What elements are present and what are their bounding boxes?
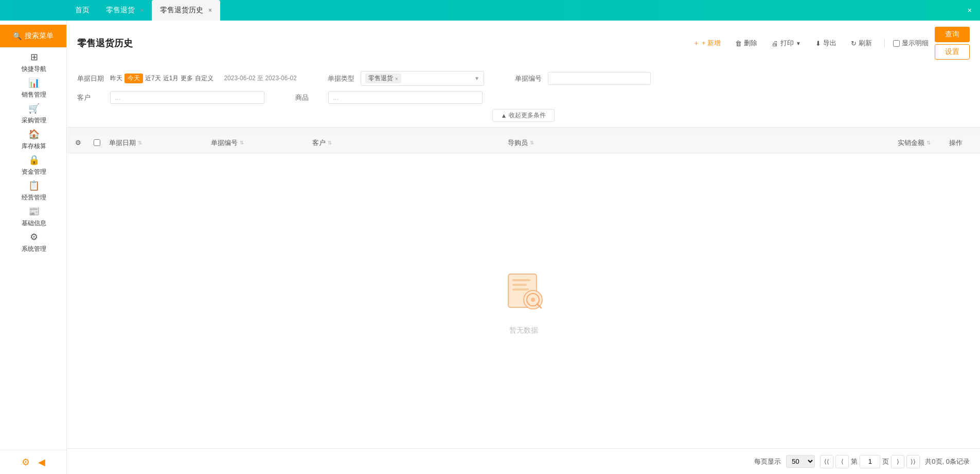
- guide-sort-icon[interactable]: ⇅: [530, 140, 534, 145]
- quick-nav-icon: ⊞: [30, 51, 38, 63]
- th-customer: 客户 ⇅: [308, 138, 503, 148]
- refresh-icon: ↻: [851, 40, 857, 47]
- page-nav: ⟨⟨ ⟨ 第 页 ⟩ ⟩⟩: [820, 455, 920, 468]
- top-bar: 首页 零售退货 × 零售退货历史 × ×: [0, 0, 980, 21]
- sidebar-item-inventory[interactable]: 🏠 库存核算: [0, 126, 66, 152]
- sidebar-item-finance[interactable]: 🔒 资金管理: [0, 152, 66, 178]
- refresh-button[interactable]: ↻ 刷新: [847, 37, 876, 50]
- sidebar-item-purchase-mgmt[interactable]: 🛒 采购管理: [0, 101, 66, 126]
- setting-button[interactable]: 设置: [935, 44, 970, 60]
- th-date: 单据日期 ⇅: [105, 138, 207, 148]
- print-button[interactable]: 🖨 打印 ▼: [768, 37, 805, 50]
- date-filter: 单据日期 昨天 今天 近7天 近1月 更多 自定义: [77, 74, 213, 83]
- last-page-button[interactable]: ⟩⟩: [906, 455, 920, 468]
- goods-filter-label: 商品: [295, 93, 324, 102]
- date-yesterday[interactable]: 昨天: [110, 74, 122, 83]
- empty-text: 暂无数据: [509, 326, 538, 335]
- type-chip-remove[interactable]: ×: [395, 76, 398, 82]
- basic-info-icon: 📰: [28, 206, 40, 217]
- tab-home[interactable]: 首页: [67, 0, 98, 21]
- sidebar-search[interactable]: 🔍 搜索菜单: [0, 25, 66, 47]
- main-content: 零售退货历史 ＋ + 新增 🗑 删除 🖨 打印 ▼: [67, 21, 980, 474]
- plus-icon: ＋: [693, 39, 700, 48]
- date-today[interactable]: 今天: [124, 74, 143, 83]
- number-input[interactable]: [548, 72, 651, 85]
- page-size-select[interactable]: 50 10 20 100: [786, 455, 815, 468]
- search-icon: 🔍: [13, 32, 22, 40]
- menu-bottom-icon[interactable]: ◀: [38, 457, 45, 468]
- type-chip: 零售退货 ×: [365, 74, 401, 83]
- first-page-button[interactable]: ⟨⟨: [820, 455, 833, 468]
- sidebar-item-operations[interactable]: 📋 经营管理: [0, 178, 66, 204]
- amount-sort-icon[interactable]: ⇅: [926, 140, 931, 145]
- type-select-arrow: ▼: [474, 76, 479, 81]
- delete-icon: 🗑: [735, 40, 742, 47]
- print-icon: 🖨: [772, 40, 778, 47]
- customer-select[interactable]: ...: [110, 91, 264, 104]
- table-container: ⚙ 单据日期 ⇅ 单据编号 ⇅ 客户 ⇅ 导购员 ⇅: [67, 133, 980, 448]
- date-more[interactable]: 更多: [181, 74, 193, 83]
- sidebar: 🔍 搜索菜单 ⊞ 快捷导航 📊 销售管理 🛒 采购管理 🏠 库存核算 🔒 资金管…: [0, 21, 67, 474]
- show-detail-checkbox-label[interactable]: 显示明细: [893, 39, 929, 48]
- sidebar-item-sales-mgmt[interactable]: 📊 销售管理: [0, 75, 66, 101]
- th-settings[interactable]: ⚙: [71, 139, 90, 147]
- type-select[interactable]: 零售退货 × ▼: [361, 71, 484, 86]
- customer-sort-icon[interactable]: ⇅: [328, 140, 332, 145]
- page-title: 零售退货历史: [77, 37, 133, 49]
- number-filter: 单据编号: [515, 72, 651, 85]
- settings-bottom-icon[interactable]: ⚙: [22, 457, 30, 468]
- table-header: ⚙ 单据日期 ⇅ 单据编号 ⇅ 客户 ⇅ 导购员 ⇅: [67, 133, 980, 153]
- page-header: 零售退货历史 ＋ + 新增 🗑 删除 🖨 打印 ▼: [67, 21, 980, 127]
- filter-row-2: 客户 ... 商品 ...: [77, 91, 970, 104]
- delete-button[interactable]: 🗑 删除: [731, 37, 761, 50]
- system-icon: ⚙: [30, 231, 38, 243]
- filter-area: 单据日期 昨天 今天 近7天 近1月 更多 自定义 2023-06-02 至 2…: [77, 66, 970, 127]
- next-page-button[interactable]: ⟩: [891, 455, 904, 468]
- query-button[interactable]: 查询: [935, 27, 970, 42]
- number-sort-icon[interactable]: ⇅: [240, 140, 244, 145]
- tab-retail-return[interactable]: 零售退货 ×: [98, 0, 152, 21]
- th-number: 单据编号 ⇅: [207, 138, 309, 148]
- date-7days[interactable]: 近7天: [145, 74, 161, 83]
- close-retail-return-history[interactable]: ×: [208, 7, 212, 14]
- svg-rect-2: [512, 284, 527, 286]
- collapse-bar: ▲ 收起更多条件: [77, 109, 970, 122]
- total-record-text: 共0页, 0条记录: [925, 457, 970, 466]
- goods-select[interactable]: ...: [328, 91, 483, 104]
- svg-rect-1: [512, 279, 530, 281]
- print-arrow-icon: ▼: [796, 41, 801, 46]
- new-button[interactable]: ＋ + 新增: [689, 37, 725, 50]
- collapse-icon: ▲: [501, 112, 507, 119]
- date-1month[interactable]: 近1月: [163, 74, 179, 83]
- page-number-input[interactable]: [860, 455, 880, 468]
- goods-filter: 商品 ...: [295, 91, 483, 104]
- collapse-button[interactable]: ▲ 收起更多条件: [492, 109, 555, 122]
- sidebar-bottom: ⚙ ◀: [0, 450, 66, 474]
- export-button[interactable]: ⬇ 导出: [811, 37, 841, 50]
- th-action: 操作: [945, 138, 976, 148]
- th-check[interactable]: [90, 139, 105, 146]
- purchase-icon: 🛒: [28, 103, 40, 114]
- sidebar-item-basic-info[interactable]: 📰 基础信息: [0, 204, 66, 229]
- empty-state: 暂无数据: [67, 153, 980, 448]
- type-filter-label: 单据类型: [328, 74, 357, 83]
- date-sort-icon[interactable]: ⇅: [138, 140, 142, 145]
- pagination-bar: 每页显示 50 10 20 100 ⟨⟨ ⟨ 第 页 ⟩ ⟩⟩ 共0页, 0条记…: [67, 448, 980, 474]
- window-close-button[interactable]: ×: [968, 6, 972, 14]
- date-shortcuts: 昨天 今天 近7天 近1月 更多 自定义: [110, 74, 213, 83]
- select-all-checkbox[interactable]: [94, 139, 100, 146]
- sidebar-item-system-mgmt[interactable]: ⚙ 系统管理: [0, 229, 66, 255]
- th-amount: 实销金额 ⇅: [894, 138, 945, 148]
- show-detail-checkbox[interactable]: [893, 40, 900, 47]
- date-range-display: 2023-06-02 至 2023-06-02: [224, 74, 296, 83]
- operations-icon: 📋: [28, 180, 40, 191]
- customer-filter-label: 客户: [77, 93, 106, 102]
- sidebar-item-quick-nav[interactable]: ⊞ 快捷导航: [0, 49, 66, 75]
- number-filter-label: 单据编号: [515, 74, 544, 83]
- type-filter: 单据类型 零售退货 × ▼: [328, 71, 484, 86]
- th-guide: 导购员 ⇅: [504, 138, 605, 148]
- prev-page-button[interactable]: ⟨: [835, 455, 849, 468]
- tab-retail-return-history[interactable]: 零售退货历史 ×: [152, 0, 220, 21]
- date-custom[interactable]: 自定义: [195, 74, 213, 83]
- close-retail-return[interactable]: ×: [140, 7, 144, 14]
